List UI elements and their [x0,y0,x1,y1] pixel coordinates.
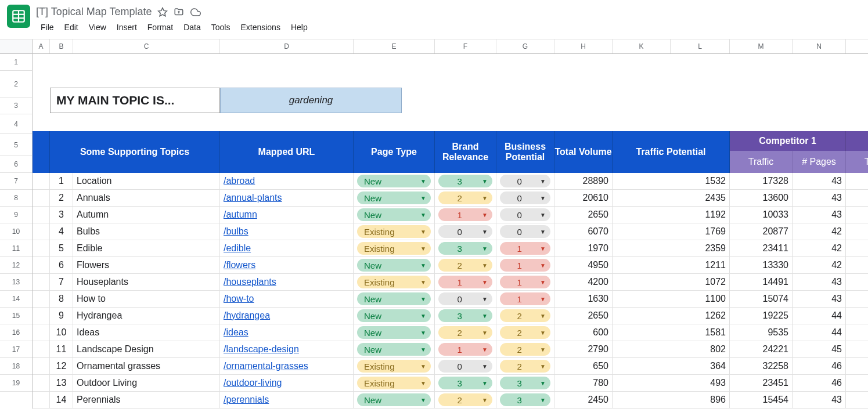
total-volume-cell[interactable]: 4950 [554,257,613,273]
menu-view[interactable]: View [84,20,111,34]
business-potential-cell[interactable]: 1▼ [496,257,554,273]
url-cell[interactable]: /autumn [220,207,354,223]
traffic-potential-cell[interactable]: 1769 [613,223,730,240]
total-volume-cell[interactable]: 1970 [554,240,613,256]
c1-traffic-cell[interactable]: 23451 [730,375,793,391]
c1-traffic-cell[interactable]: 19225 [730,308,793,324]
c1-pages-cell[interactable]: 44 [793,324,846,341]
c2-traffic-cell[interactable]: 22148 [846,274,868,290]
url-cell[interactable]: /landscape-design [220,341,354,357]
c1-traffic-cell[interactable]: 15074 [730,291,793,307]
document-title[interactable]: [T] Topical Map Template [36,6,152,18]
topic-cell[interactable]: Annuals [73,190,220,206]
brand-relevance-cell[interactable]: 0▼ [435,358,496,374]
col-header-D[interactable]: D [220,39,354,53]
pagetype-cell[interactable]: New▼ [354,190,435,206]
c1-pages-cell[interactable]: 46 [793,358,846,374]
c2-traffic-cell[interactable]: 20211 [846,375,868,391]
row-header-3[interactable]: 3 [0,97,32,114]
traffic-potential-cell[interactable]: 2359 [613,240,730,256]
url-cell[interactable]: /flowers [220,257,354,273]
select-all-corner[interactable] [0,39,33,53]
business-potential-cell[interactable]: 0▼ [496,173,554,189]
traffic-potential-cell[interactable]: 1532 [613,173,730,189]
row-header-11[interactable]: 11 [0,240,32,257]
row-header-2[interactable]: 2 [0,71,32,97]
c2-traffic-cell[interactable]: 22041 [846,291,868,307]
topic-cell[interactable]: Ornamental grasses [73,358,220,374]
c1-pages-cell[interactable]: 43 [793,274,846,290]
pagetype-cell[interactable]: New▼ [354,173,435,189]
pagetype-cell[interactable]: New▼ [354,392,435,408]
business-potential-cell[interactable]: 0▼ [496,207,554,223]
url-cell[interactable]: /annual-plants [220,190,354,206]
brand-relevance-cell[interactable]: 2▼ [435,324,496,341]
c2-traffic-cell[interactable]: 24586 [846,190,868,206]
pagetype-cell[interactable]: New▼ [354,341,435,357]
star-icon[interactable] [157,7,168,17]
topic-cell[interactable]: Autumn [73,207,220,223]
menu-insert[interactable]: Insert [112,20,142,34]
row-header-1[interactable]: 1 [0,54,32,71]
menu-file[interactable]: File [36,20,59,34]
brand-relevance-cell[interactable]: 2▼ [435,392,496,408]
brand-relevance-cell[interactable]: 3▼ [435,173,496,189]
brand-relevance-cell[interactable]: 1▼ [435,341,496,357]
total-volume-cell[interactable]: 2650 [554,308,613,324]
url-cell[interactable]: /hydrangea [220,308,354,324]
row-header-12[interactable]: 12 [0,257,32,274]
traffic-potential-cell[interactable]: 896 [613,392,730,408]
total-volume-cell[interactable]: 1630 [554,291,613,307]
brand-relevance-cell[interactable]: 3▼ [435,240,496,256]
row-header-14[interactable]: 14 [0,291,32,308]
col-header-K[interactable]: K [613,39,671,53]
c2-traffic-cell[interactable]: 22733 [846,240,868,256]
url-cell[interactable]: /bulbs [220,223,354,240]
c1-pages-cell[interactable]: 43 [793,291,846,307]
business-potential-cell[interactable]: 1▼ [496,274,554,290]
pagetype-cell[interactable]: New▼ [354,257,435,273]
c1-traffic-cell[interactable]: 24221 [730,341,793,357]
sheets-logo[interactable] [7,5,30,28]
business-potential-cell[interactable]: 2▼ [496,324,554,341]
row-header-19[interactable]: 19 [0,375,32,392]
row-header-8[interactable]: 8 [0,190,32,207]
business-potential-cell[interactable]: 3▼ [496,392,554,408]
c1-pages-cell[interactable]: 42 [793,240,846,256]
menu-edit[interactable]: Edit [60,20,83,34]
c1-pages-cell[interactable]: 43 [793,173,846,189]
row-header-4[interactable]: 4 [0,114,32,134]
c2-traffic-cell[interactable]: 21278 [846,324,868,341]
business-potential-cell[interactable]: 3▼ [496,375,554,391]
pagetype-cell[interactable]: Existing▼ [354,358,435,374]
row-header-6[interactable]: 6 [0,156,32,173]
brand-relevance-cell[interactable]: 1▼ [435,274,496,290]
business-potential-cell[interactable]: 0▼ [496,223,554,240]
pagetype-cell[interactable]: Existing▼ [354,240,435,256]
c1-traffic-cell[interactable]: 20877 [730,223,793,240]
traffic-potential-cell[interactable]: 1262 [613,308,730,324]
brand-relevance-cell[interactable]: 0▼ [435,291,496,307]
topic-cell[interactable]: Hydrangea [73,308,220,324]
brand-relevance-cell[interactable]: 2▼ [435,190,496,206]
col-header-F[interactable]: F [435,39,496,53]
row-header-9[interactable]: 9 [0,207,32,223]
menu-extensions[interactable]: Extensions [236,20,284,34]
col-header-C[interactable]: C [73,39,220,53]
business-potential-cell[interactable]: 2▼ [496,358,554,374]
c1-traffic-cell[interactable]: 13600 [730,190,793,206]
c2-traffic-cell[interactable]: 23814 [846,223,868,240]
c1-traffic-cell[interactable]: 23411 [730,240,793,256]
url-cell[interactable]: /houseplants [220,274,354,290]
move-folder-icon[interactable] [174,7,184,17]
row-header-13[interactable]: 13 [0,274,32,291]
col-header-G[interactable]: G [496,39,554,53]
c1-traffic-cell[interactable]: 32258 [730,358,793,374]
brand-relevance-cell[interactable]: 1▼ [435,207,496,223]
c1-pages-cell[interactable]: 42 [793,257,846,273]
row-header-17[interactable]: 17 [0,341,32,358]
row-header-5[interactable]: 5 [0,134,32,156]
topic-cell[interactable]: Edible [73,240,220,256]
topic-cell[interactable]: Landscape Design [73,341,220,357]
col-header-O[interactable]: O [846,39,868,53]
